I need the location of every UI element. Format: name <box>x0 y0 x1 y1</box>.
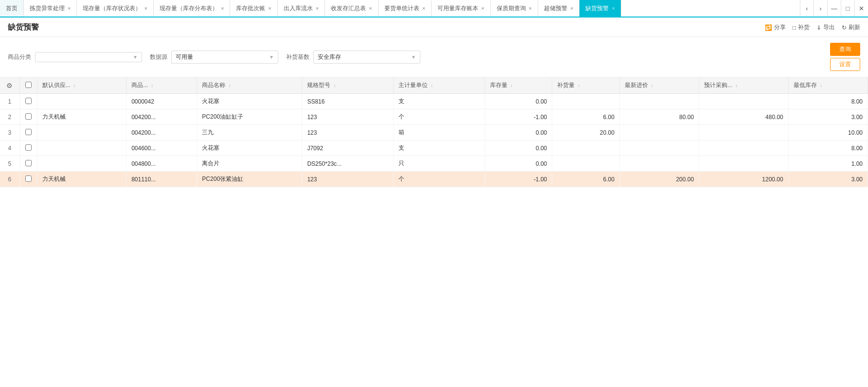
th-product-code: 商品... ↕ <box>127 77 197 94</box>
unit-sort-icon[interactable]: ↕ <box>431 83 433 88</box>
tab-close-inventory-dist[interactable]: × <box>221 5 224 11</box>
tab-home[interactable]: 首页 <box>0 0 24 17</box>
tab-close-inventory-status[interactable]: × <box>144 5 147 11</box>
select-all-checkbox[interactable] <box>25 82 32 88</box>
datasource-value: 可用量 <box>176 53 193 61</box>
tab-close-collect-summary[interactable]: × <box>369 5 372 11</box>
row-spec-6: 123 <box>302 172 393 187</box>
tab-demand-stat[interactable]: 要货单统计表× <box>379 0 432 17</box>
datasource-label: 数据源 <box>150 53 167 61</box>
settings-button[interactable]: 设置 <box>830 58 860 71</box>
column-settings-icon[interactable]: ⚙ <box>6 82 13 89</box>
tab-close-exception[interactable]: × <box>68 5 71 11</box>
table-row: 1 0000042 火花塞 SS816 支 0.00 8.00 <box>0 94 868 109</box>
row-spec-3: 123 <box>302 125 393 141</box>
row-replenish-qty-1 <box>552 94 620 109</box>
row-select-6[interactable] <box>25 176 32 182</box>
est-purchase-sort-icon[interactable]: ↕ <box>735 83 738 88</box>
category-label: 商品分类 <box>8 53 31 61</box>
tab-batch-account[interactable]: 库存批次账× <box>230 0 277 17</box>
tab-inout-flow[interactable]: 出入库流水× <box>278 0 325 17</box>
header-actions: 🔁 分享 □ 补货 ⇓ 导出 ↻ 刷新 <box>765 23 860 32</box>
row-latest-price-4 <box>619 141 699 156</box>
spec-sort-icon[interactable]: ↕ <box>334 83 336 88</box>
tab-close-inout-flow[interactable]: × <box>316 5 319 11</box>
window-minimize-button[interactable]: — <box>827 0 841 17</box>
window-maximize-button[interactable]: □ <box>841 0 854 17</box>
row-supplier-1 <box>37 94 127 109</box>
row-product-name-6: PC200张紧油缸 <box>197 172 302 187</box>
tab-shortage-warning[interactable]: 缺货预警× <box>579 0 621 17</box>
refresh-button[interactable]: ↻ 刷新 <box>842 23 860 32</box>
row-checkbox-4 <box>19 141 37 156</box>
row-supplier-3 <box>37 125 127 141</box>
th-latest-price: 最新进价 ↕ <box>619 77 699 94</box>
th-product-name: 商品名称 ↕ <box>197 77 302 94</box>
tab-close-shortage-warning[interactable]: × <box>612 5 615 11</box>
tab-close-demand-stat[interactable]: × <box>422 5 425 11</box>
datasource-dropdown-icon: ▼ <box>269 54 274 60</box>
tab-collect-summary[interactable]: 收发存汇总表× <box>325 0 378 17</box>
row-product-code-3: 004200... <box>127 125 197 141</box>
window-close-button[interactable]: ✕ <box>854 0 868 17</box>
export-button[interactable]: ⇓ 导出 <box>816 23 835 32</box>
share-button[interactable]: 🔁 分享 <box>765 23 786 32</box>
row-num-1: 1 <box>0 94 19 109</box>
row-latest-price-2: 80.00 <box>619 109 699 125</box>
tab-prev-button[interactable]: ‹ <box>800 0 814 17</box>
th-est-purchase: 预计采购... ↕ <box>699 77 789 94</box>
tab-available-ledger[interactable]: 可用量库存账本× <box>432 0 490 17</box>
row-checkbox-1 <box>19 94 37 109</box>
row-min-stock-5: 1.00 <box>788 156 868 172</box>
row-select-2[interactable] <box>25 113 32 120</box>
tab-next-button[interactable]: › <box>814 0 827 17</box>
base-label: 补货基数 <box>286 53 309 61</box>
tab-close-batch-account[interactable]: × <box>268 5 271 11</box>
product-name-sort-icon[interactable]: ↕ <box>229 83 231 88</box>
row-checkbox-6 <box>19 172 37 187</box>
row-replenish-qty-6: 6.00 <box>552 172 620 187</box>
page-header: 缺货预警 🔁 分享 □ 补货 ⇓ 导出 ↻ 刷新 <box>0 18 868 37</box>
supplier-sort-icon[interactable]: ↕ <box>73 83 76 88</box>
category-select[interactable]: ▼ <box>35 52 142 62</box>
datasource-filter-group: 数据源 可用量 ▼ <box>150 51 278 64</box>
tab-inventory-dist[interactable]: 现存量（库存分布表）× <box>154 0 230 17</box>
th-spec: 规格型号 ↕ <box>302 77 393 94</box>
product-code-sort-icon[interactable]: ↕ <box>151 83 154 88</box>
row-stock-2: -1.00 <box>485 109 552 125</box>
row-latest-price-1 <box>619 94 699 109</box>
row-latest-price-3 <box>619 125 699 141</box>
refresh-icon: ↻ <box>842 24 847 31</box>
tab-close-overstock-warning[interactable]: × <box>570 5 573 11</box>
replenish-icon: □ <box>793 24 796 31</box>
min-stock-sort-icon[interactable]: ↕ <box>820 83 822 88</box>
replenish-qty-sort-icon[interactable]: ↕ <box>578 83 580 88</box>
page-title: 缺货预警 <box>8 22 39 33</box>
row-product-code-1: 0000042 <box>127 94 197 109</box>
tab-close-expiry-query[interactable]: × <box>529 5 532 11</box>
page-content: 缺货预警 🔁 分享 □ 补货 ⇓ 导出 ↻ 刷新 商品分类 <box>0 18 868 387</box>
row-unit-2: 个 <box>393 109 485 125</box>
tab-expiry-query[interactable]: 保质期查询× <box>491 0 538 17</box>
tab-close-available-ledger[interactable]: × <box>481 5 484 11</box>
stock-sort-icon[interactable]: ↕ <box>510 83 513 88</box>
tab-inventory-status[interactable]: 现存量（库存状况表）× <box>77 0 153 17</box>
row-checkbox-2 <box>19 109 37 125</box>
tab-exception[interactable]: 拣货异常处理× <box>24 0 77 17</box>
query-button[interactable]: 查询 <box>830 43 860 56</box>
row-product-name-5: 离合片 <box>197 156 302 172</box>
replenish-button[interactable]: □ 补货 <box>793 23 810 32</box>
datasource-select[interactable]: 可用量 ▼ <box>171 51 278 64</box>
row-latest-price-6: 200.00 <box>619 172 699 187</box>
row-select-1[interactable] <box>25 98 32 104</box>
th-checkbox <box>19 77 37 94</box>
row-est-purchase-5 <box>699 156 789 172</box>
row-select-3[interactable] <box>25 129 32 135</box>
row-replenish-qty-2: 6.00 <box>552 109 620 125</box>
tab-overstock-warning[interactable]: 超储预警× <box>538 0 579 17</box>
row-select-4[interactable] <box>25 144 32 151</box>
base-select[interactable]: 安全库存 ▼ <box>313 51 420 64</box>
row-select-5[interactable] <box>25 160 32 166</box>
latest-price-sort-icon[interactable]: ↕ <box>651 83 653 88</box>
row-product-name-1: 火花塞 <box>197 94 302 109</box>
